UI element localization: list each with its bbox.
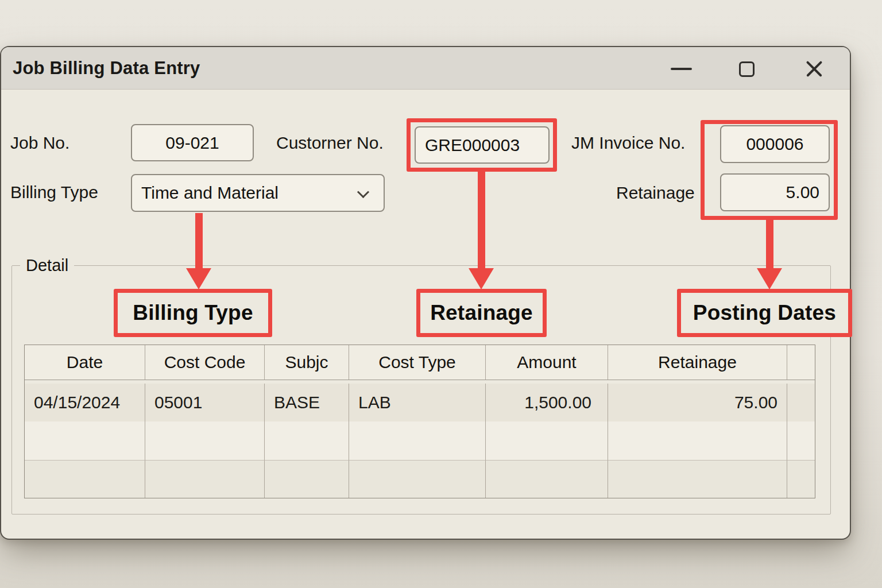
cell-empty[interactable] <box>486 460 608 498</box>
billing-type-value: Time and Material <box>132 183 278 203</box>
cell-empty[interactable] <box>349 460 486 498</box>
column-header-subjc: Subjc <box>265 345 349 380</box>
job-no-input[interactable] <box>131 124 254 161</box>
cell-amount[interactable]: 1,500.00 <box>486 384 608 421</box>
minimize-button[interactable] <box>667 57 695 80</box>
column-header-retainage: Retainage <box>608 345 787 380</box>
arrow-retainage-shaft <box>478 171 485 270</box>
annotation-billing-type: Billing Type <box>114 289 272 337</box>
minimize-icon <box>671 68 692 70</box>
desktop-background: { "window": { "title": "Job Billing Data… <box>0 0 882 588</box>
column-header-cost-type: Cost Type <box>349 345 486 380</box>
chevron-down-icon <box>357 186 369 198</box>
cell-spacer[interactable] <box>787 384 815 421</box>
job-no-label: Job No. <box>10 133 69 153</box>
titlebar: Job Billing Data Entry <box>1 47 850 90</box>
cell-cost-type[interactable]: LAB <box>349 384 486 421</box>
cell-empty[interactable] <box>25 421 145 460</box>
column-header-cost-code: Cost Code <box>145 345 265 380</box>
retainage-label: Retainage <box>616 183 695 203</box>
arrow-retainage-head <box>469 268 494 289</box>
table-header-row: Date Cost Code Subjc Cost Type Amount Re… <box>25 345 815 380</box>
arrow-billing-type-head <box>186 268 211 289</box>
column-header-amount: Amount <box>486 345 608 380</box>
cell-date[interactable]: 04/15/2024 <box>25 384 145 421</box>
maximize-icon <box>739 61 755 77</box>
annotation-retainage: Retainage <box>416 289 547 337</box>
cell-retainage[interactable]: 75.00 <box>608 384 787 421</box>
column-header-spacer <box>787 345 815 380</box>
maximize-button[interactable] <box>733 57 760 80</box>
cell-empty[interactable] <box>349 421 486 460</box>
annotation-posting-dates: Posting Dates <box>677 289 852 337</box>
arrow-posting-dates-shaft <box>766 220 773 270</box>
table-row: 04/15/2024 05001 BASE LAB 1,500.00 75.00 <box>25 384 815 421</box>
billing-type-label: Billing Type <box>10 183 98 202</box>
retainage-input[interactable] <box>720 173 830 211</box>
cell-empty[interactable] <box>145 460 265 498</box>
customer-no-label: Custorner No. <box>276 133 384 153</box>
detail-table: Date Cost Code Subjc Cost Type Amount Re… <box>24 345 815 498</box>
customer-no-input[interactable] <box>415 126 550 164</box>
cell-cost-code[interactable]: 05001 <box>145 384 265 421</box>
cell-subjc[interactable]: BASE <box>265 384 349 421</box>
cell-empty[interactable] <box>265 460 349 498</box>
close-button[interactable] <box>800 57 828 80</box>
cell-empty[interactable] <box>265 421 349 460</box>
close-icon <box>804 59 824 79</box>
arrow-billing-type-shaft <box>195 213 203 270</box>
billing-type-dropdown[interactable]: Time and Material <box>131 174 385 212</box>
cell-empty[interactable] <box>787 421 815 460</box>
cell-empty[interactable] <box>787 460 815 498</box>
arrow-posting-dates-head <box>757 268 782 289</box>
table-row-empty <box>25 421 815 460</box>
job-billing-window: Job Billing Data Entry Job No. Custorner… <box>0 46 851 540</box>
detail-legend: Detail <box>20 256 74 275</box>
cell-empty[interactable] <box>145 421 265 460</box>
jm-invoice-no-input[interactable] <box>720 125 830 163</box>
cell-empty[interactable] <box>25 460 145 498</box>
cell-empty[interactable] <box>608 460 787 498</box>
jm-invoice-no-label: JM Invoice No. <box>571 133 685 153</box>
column-header-date: Date <box>25 345 145 380</box>
cell-empty[interactable] <box>608 421 787 460</box>
cell-empty[interactable] <box>486 421 608 460</box>
table-row-empty <box>25 460 815 498</box>
window-title: Job Billing Data Entry <box>13 47 200 90</box>
